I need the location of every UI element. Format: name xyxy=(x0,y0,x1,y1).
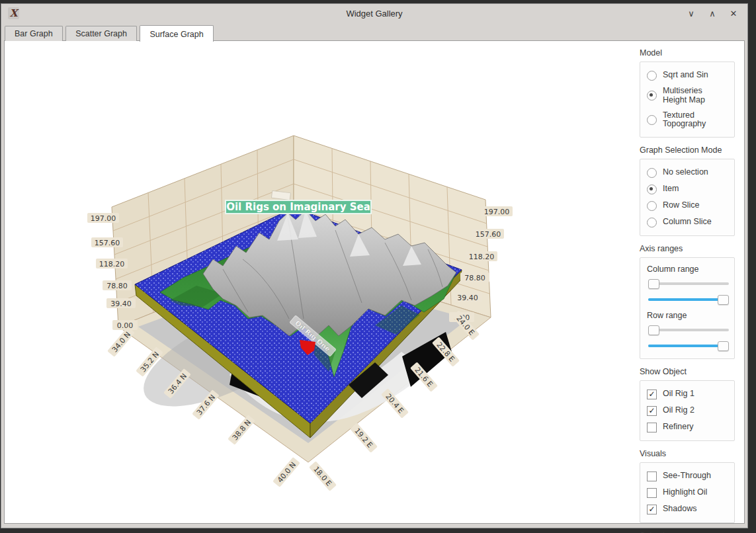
radio-selected-icon[interactable] xyxy=(647,184,657,194)
radio-sqrt-and-sin[interactable]: Sqrt and Sin xyxy=(647,70,730,81)
surface-chart-svg: Oil Rigs on Imaginary Sea Oil Rig One 19… xyxy=(5,41,634,523)
app-icon: X xyxy=(8,7,19,19)
y-tick-label: 78.80 xyxy=(464,274,485,282)
column-range-label: Column range xyxy=(647,265,730,274)
slider-track[interactable] xyxy=(648,329,729,331)
column-range-max-slider[interactable] xyxy=(648,295,729,304)
window-controls: ∨ ∧ ✕ xyxy=(685,4,739,22)
control-panel: Model Sqrt and Sin Multiseries Height Ma… xyxy=(634,41,744,523)
selection-mode-section-title: Graph Selection Mode xyxy=(640,145,735,155)
lat-tick-label: 40.0 N xyxy=(276,460,298,484)
radio-icon[interactable] xyxy=(647,201,657,211)
y-tick-label: 39.40 xyxy=(110,300,132,308)
checkbox-icon[interactable] xyxy=(647,488,657,498)
radio-multiseries-height-map[interactable]: Multiseries Height Map xyxy=(647,87,730,105)
window-title: Widget Gallery xyxy=(1,9,747,19)
model-section-title: Model xyxy=(640,48,735,58)
y-tick-label: 118.20 xyxy=(99,260,125,268)
visuals-groupbox: See-Through Highlight Oil ✓ Shadows xyxy=(640,462,735,523)
checkbox-shadows[interactable]: ✓ Shadows xyxy=(647,504,730,514)
checkbox-icon[interactable] xyxy=(647,472,657,481)
app-window: X Widget Gallery ∨ ∧ ✕ Bar Graph Scatter… xyxy=(1,3,748,528)
slider-handle[interactable] xyxy=(718,341,729,351)
radio-textured-topography[interactable]: Textured Topography xyxy=(647,111,730,130)
tab-content-pane: Oil Rigs on Imaginary Sea Oil Rig One 19… xyxy=(4,40,745,524)
slider-handle[interactable] xyxy=(718,295,729,305)
slider-fill xyxy=(648,298,726,301)
show-object-section-title: Show Object xyxy=(640,367,735,376)
lat-tick-label: 38.8 N xyxy=(231,418,253,442)
checkbox-checked-icon[interactable]: ✓ xyxy=(647,390,657,399)
checkbox-icon[interactable] xyxy=(647,423,657,432)
checkbox-checked-icon[interactable]: ✓ xyxy=(647,406,657,416)
lon-tick-label: 19.2 E xyxy=(353,427,374,450)
graph-title-text: Oil Rigs on Imaginary Sea xyxy=(226,201,370,213)
checkbox-refinery[interactable]: Refinery xyxy=(647,422,730,432)
radio-icon[interactable] xyxy=(647,71,657,81)
lon-tick-label: 18.0 E xyxy=(312,465,333,488)
radio-selected-icon[interactable] xyxy=(647,91,657,101)
visuals-section-title: Visuals xyxy=(640,449,735,458)
radio-icon[interactable] xyxy=(647,218,657,227)
y-tick-label: 157.60 xyxy=(95,239,120,247)
radio-icon[interactable] xyxy=(647,115,657,125)
checkbox-oil-rig-2[interactable]: ✓ Oil Rig 2 xyxy=(647,405,730,416)
y-tick-label: 39.40 xyxy=(457,294,478,302)
checkbox-checked-icon[interactable]: ✓ xyxy=(647,505,657,514)
selection-mode-groupbox: No selection Item Row Slice Column Slice xyxy=(640,159,735,236)
tab-surface-graph[interactable]: Surface Graph xyxy=(140,25,213,42)
axis-ranges-section-title: Axis ranges xyxy=(640,244,735,253)
y-tick-label: 197.00 xyxy=(91,214,116,223)
y-tick-label: 197.00 xyxy=(484,208,510,216)
lat-tick-label: 34.0 N xyxy=(110,330,132,354)
close-icon[interactable]: ✕ xyxy=(728,7,739,19)
radio-column-slice[interactable]: Column Slice xyxy=(647,217,730,227)
radio-row-slice[interactable]: Row Slice xyxy=(647,200,730,211)
y-tick-label: 118.20 xyxy=(469,253,495,261)
slider-fill xyxy=(648,345,726,347)
row-range-label: Row range xyxy=(647,311,730,320)
maximize-icon[interactable]: ∧ xyxy=(706,7,718,19)
radio-no-selection[interactable]: No selection xyxy=(647,167,730,178)
tab-scatter-graph[interactable]: Scatter Graph xyxy=(65,26,137,41)
model-groupbox: Sqrt and Sin Multiseries Height Map Text… xyxy=(640,62,735,138)
y-tick-label: 157.60 xyxy=(476,230,501,239)
slider-handle[interactable] xyxy=(648,279,659,289)
slider-track[interactable] xyxy=(648,282,729,285)
y-tick-label: 78.80 xyxy=(106,282,128,290)
titlebar[interactable]: X Widget Gallery ∨ ∧ ✕ xyxy=(1,4,747,22)
axis-ranges-groupbox: Column range Row range xyxy=(640,257,735,359)
slider-handle[interactable] xyxy=(648,325,659,335)
checkbox-see-through[interactable]: See-Through xyxy=(647,471,730,481)
radio-item[interactable]: Item xyxy=(647,184,730,194)
tab-bar: Bar Graph Scatter Graph Surface Graph xyxy=(1,22,747,40)
column-range-min-slider[interactable] xyxy=(648,279,729,288)
radio-icon[interactable] xyxy=(647,168,657,178)
checkbox-oil-rig-1[interactable]: ✓ Oil Rig 1 xyxy=(647,389,730,399)
minimize-icon[interactable]: ∨ xyxy=(685,7,697,19)
row-range-min-slider[interactable] xyxy=(648,325,729,335)
y-tick-label: 0.00 xyxy=(117,321,134,330)
show-object-groupbox: ✓ Oil Rig 1 ✓ Oil Rig 2 Refinery xyxy=(640,380,735,441)
checkbox-highlight-oil[interactable]: Highlight Oil xyxy=(647,487,730,498)
graph-title: Oil Rigs on Imaginary Sea xyxy=(226,200,371,214)
tab-bar-graph[interactable]: Bar Graph xyxy=(5,26,63,41)
row-range-max-slider[interactable] xyxy=(648,341,729,350)
surface-chart-canvas[interactable]: Oil Rigs on Imaginary Sea Oil Rig One 19… xyxy=(5,41,634,523)
